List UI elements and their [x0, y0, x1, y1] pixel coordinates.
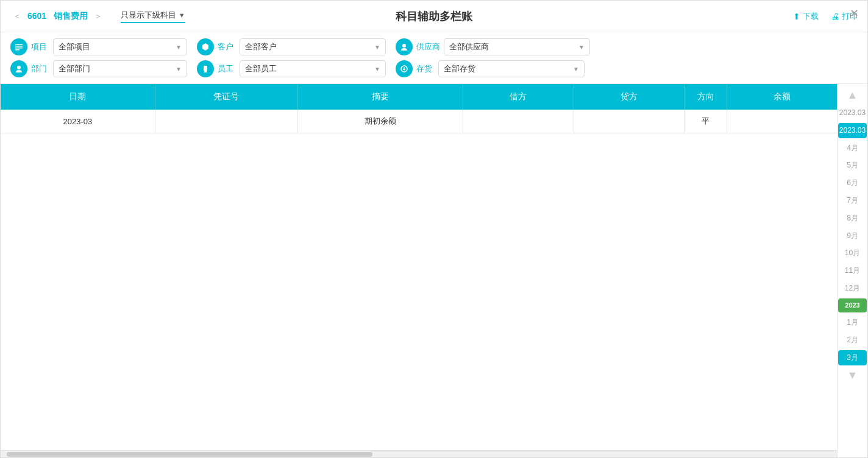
- chevron-down-icon: ▼: [179, 12, 185, 19]
- col-credit: 贷方: [574, 84, 685, 110]
- cell-summary: 期初余额: [297, 110, 463, 133]
- ledger-table: 日期 凭证号 摘要 借方 贷方 方向 余额 2023-03期初余额平: [1, 84, 837, 133]
- chevron-down-icon: ▼: [176, 44, 182, 51]
- customer-label: 客户: [218, 41, 236, 52]
- customer-icon: [197, 38, 214, 55]
- inventory-select[interactable]: 全部存货 ▼: [438, 60, 585, 77]
- chevron-down-icon: ▼: [578, 44, 585, 51]
- employee-select[interactable]: 全部员工 ▼: [240, 60, 386, 77]
- sidebar-up-arrow[interactable]: ▲: [845, 86, 861, 104]
- show-sub-toggle[interactable]: 只显示下级科目 ▼: [121, 10, 185, 23]
- sidebar-item[interactable]: 6月: [837, 174, 867, 192]
- table-row: 2023-03期初余额平: [1, 110, 837, 133]
- table-area: 日期 凭证号 摘要 借方 贷方 方向 余额 2023-03期初余额平: [1, 84, 837, 457]
- filter-row-1: 项目 全部项目 ▼ 客户 全部客户 ▼: [10, 38, 858, 55]
- filter-department: 部门 全部部门 ▼: [10, 60, 187, 77]
- sidebar-down-arrow[interactable]: ▼: [845, 367, 861, 384]
- sidebar-item[interactable]: 12月: [837, 280, 867, 297]
- svg-point-8: [205, 68, 207, 69]
- department-select[interactable]: 全部部门 ▼: [53, 60, 187, 77]
- filter-employee: 员工 全部员工 ▼: [197, 60, 386, 77]
- inventory-icon: [396, 60, 413, 77]
- cell-direction: 平: [685, 110, 727, 133]
- cell-date: 2023-03: [1, 110, 155, 133]
- download-label: 下载: [803, 11, 819, 22]
- sidebar-item[interactable]: 4月: [837, 139, 867, 157]
- svg-rect-1: [15, 46, 23, 47]
- sidebar-item[interactable]: 2023.03: [837, 104, 867, 122]
- project-icon: [10, 38, 27, 55]
- cell-balance: [727, 110, 837, 133]
- header-left: ＜ 6601 销售费用 ＞ 只显示下级科目 ▼: [10, 10, 185, 23]
- horizontal-scrollbar[interactable]: [1, 450, 837, 457]
- main-area: 日期 凭证号 摘要 借方 贷方 方向 余额 2023-03期初余额平: [1, 84, 867, 457]
- svg-point-4: [402, 44, 406, 48]
- sidebar-item[interactable]: 8月: [837, 210, 867, 227]
- employee-label: 员工: [218, 63, 236, 74]
- filter-inventory: 存货 全部存货 ▼: [396, 60, 585, 77]
- download-button[interactable]: ⬆ 下载: [793, 11, 819, 22]
- sidebar-item[interactable]: 1月: [837, 314, 867, 331]
- chevron-down-icon: ▼: [374, 44, 380, 51]
- svg-rect-3: [15, 49, 20, 51]
- chevron-down-icon: ▼: [176, 66, 182, 72]
- col-date: 日期: [1, 84, 155, 110]
- table-header-row: 日期 凭证号 摘要 借方 贷方 方向 余额: [1, 84, 837, 110]
- filter-supplier: 供应商 全部供应商 ▼: [396, 38, 590, 55]
- nav-next-button[interactable]: ＞: [91, 10, 105, 23]
- sidebar-item[interactable]: 7月: [837, 192, 867, 210]
- filter-customer: 客户 全部客户 ▼: [197, 38, 386, 55]
- sidebar-item[interactable]: 11月: [837, 262, 867, 280]
- sidebar-item[interactable]: 2023: [838, 298, 867, 312]
- col-voucher: 凭证号: [155, 84, 297, 110]
- col-debit: 借方: [463, 84, 574, 110]
- employee-icon: [197, 60, 214, 77]
- project-select[interactable]: 全部项目 ▼: [53, 38, 187, 55]
- nav-prev-button[interactable]: ＜: [10, 10, 24, 23]
- chevron-down-icon: ▼: [573, 66, 579, 72]
- chevron-down-icon: ▼: [374, 66, 380, 72]
- page-title: 科目辅助多栏账: [396, 9, 472, 24]
- col-balance: 余额: [727, 84, 837, 110]
- header: ＜ 6601 销售费用 ＞ 只显示下级科目 ▼ 科目辅助多栏账 ⬆ 下载 🖨 打…: [1, 1, 867, 32]
- department-label: 部门: [31, 63, 49, 74]
- account-code: 6601 销售费用: [27, 11, 88, 22]
- supplier-label: 供应商: [416, 41, 440, 52]
- main-window: ＜ 6601 销售费用 ＞ 只显示下级科目 ▼ 科目辅助多栏账 ⬆ 下载 🖨 打…: [0, 0, 868, 458]
- customer-select[interactable]: 全部客户 ▼: [240, 38, 386, 55]
- filter-row-2: 部门 全部部门 ▼ 员工 全部员工 ▼: [10, 60, 858, 77]
- col-summary: 摘要: [297, 84, 463, 110]
- sidebar-item[interactable]: 10月: [837, 244, 867, 262]
- close-button[interactable]: ✕: [850, 7, 859, 20]
- filter-project: 项目 全部项目 ▼: [10, 38, 187, 55]
- filter-area: 项目 全部项目 ▼ 客户 全部客户 ▼: [1, 32, 867, 84]
- header-right: ⬆ 下载 🖨 打印: [793, 11, 858, 22]
- print-icon: 🖨: [831, 12, 839, 21]
- svg-rect-2: [15, 48, 23, 49]
- sidebar-item[interactable]: 9月: [837, 227, 867, 245]
- supplier-icon: [396, 38, 413, 55]
- sidebar-item[interactable]: 5月: [837, 157, 867, 174]
- cell-debit: [463, 110, 574, 133]
- project-label: 项目: [31, 41, 49, 52]
- show-sub-label: 只显示下级科目: [121, 10, 176, 21]
- col-direction: 方向: [685, 84, 727, 110]
- svg-rect-7: [204, 71, 207, 72]
- supplier-select[interactable]: 全部供应商 ▼: [444, 38, 590, 55]
- scrollbar-thumb[interactable]: [7, 452, 372, 457]
- svg-point-5: [17, 66, 21, 69]
- cell-voucher: [155, 110, 297, 133]
- sidebar-item[interactable]: 2月: [837, 331, 867, 349]
- sidebar-item[interactable]: 2023.03: [838, 123, 867, 138]
- download-icon: ⬆: [793, 12, 800, 21]
- right-sidebar: ▲ 2023.032023.034月5月6月7月8月9月10月11月12月202…: [837, 84, 867, 457]
- cell-credit: [574, 110, 685, 133]
- inventory-label: 存货: [416, 63, 435, 74]
- sidebar-item[interactable]: 3月: [838, 350, 867, 365]
- svg-rect-0: [15, 44, 23, 45]
- department-icon: [10, 60, 27, 77]
